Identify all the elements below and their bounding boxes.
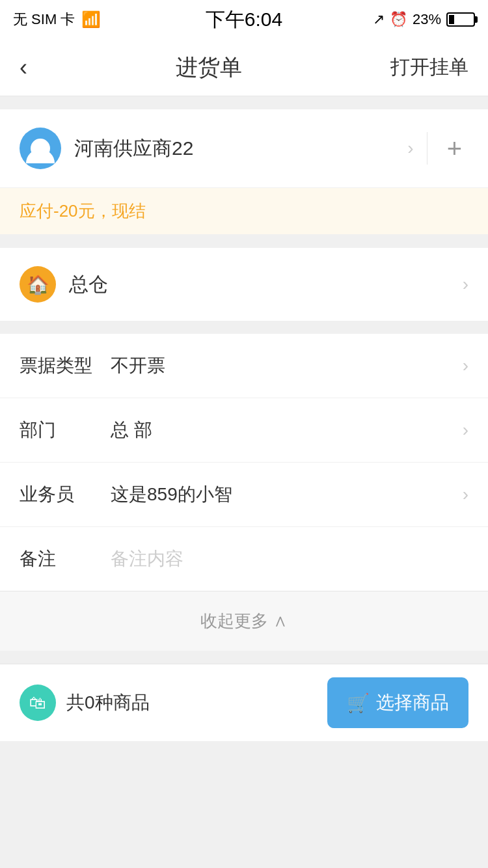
supplier-section: 河南供应商22 › + 应付-20元，现结 (0, 109, 488, 235)
gap-1 (0, 96, 488, 109)
product-bag-icon: 🛍 (20, 685, 56, 721)
status-time: 下午6:04 (206, 7, 282, 33)
battery-percent: 23% (413, 11, 441, 28)
battery-icon (446, 12, 475, 27)
notice-row: 应付-20元，现结 (0, 188, 488, 235)
avatar (20, 128, 61, 169)
status-right: ↗ ⏰ 23% (373, 11, 475, 28)
alarm-icon: ⏰ (390, 11, 407, 28)
select-goods-button[interactable]: 🛒 选择商品 (327, 677, 468, 728)
warehouse-section: 🏠 总仓 › (0, 248, 488, 321)
battery-fill (449, 15, 454, 24)
chevron-right-icon: › (463, 484, 468, 505)
invoice-value: 不开票 (98, 353, 463, 378)
location-icon: ↗ (373, 11, 385, 28)
nav-bar: ‹ 进货单 打开挂单 (0, 39, 488, 96)
wifi-icon: 📶 (81, 10, 101, 29)
chevron-right-icon: › (407, 138, 413, 159)
status-bar: 无 SIM 卡 📶 下午6:04 ↗ ⏰ 23% (0, 0, 488, 39)
form-section: 票据类型 不开票 › 部门 总 部 › 业务员 这是859的小智 › 备注 备注… (0, 334, 488, 591)
remark-input[interactable]: 备注内容 (98, 547, 468, 571)
supplier-name: 河南供应商22 (74, 135, 407, 162)
sales-value: 这是859的小智 (98, 482, 463, 507)
open-pending-button[interactable]: 打开挂单 (390, 54, 468, 81)
sales-label: 业务员 (20, 482, 98, 507)
remark-label: 备注 (20, 547, 98, 571)
back-button[interactable]: ‹ (20, 54, 27, 81)
invoice-row[interactable]: 票据类型 不开票 › (0, 334, 488, 398)
collapse-button[interactable]: 收起更多 ∧ (0, 591, 488, 651)
dept-value: 总 部 (98, 418, 463, 442)
page-title: 进货单 (176, 53, 242, 83)
main-content: 河南供应商22 › + 应付-20元，现结 🏠 总仓 › 票据类型 不开票 › … (0, 96, 488, 868)
warehouse-name: 总仓 (69, 271, 463, 298)
chevron-right-icon: › (463, 355, 468, 376)
select-goods-label: 选择商品 (376, 690, 449, 715)
status-carrier: 无 SIM 卡 📶 (13, 10, 101, 29)
remark-row[interactable]: 备注 备注内容 (0, 526, 488, 591)
dept-row[interactable]: 部门 总 部 › (0, 398, 488, 462)
dept-label: 部门 (20, 418, 98, 442)
battery-tip (475, 16, 478, 23)
chevron-right-icon: › (463, 274, 468, 295)
chevron-right-icon: › (463, 420, 468, 441)
sales-row[interactable]: 业务员 这是859的小智 › (0, 462, 488, 526)
gap-4 (0, 651, 488, 664)
cart-icon: 🛒 (347, 692, 370, 714)
bottom-bar: 🛍 共0种商品 🛒 选择商品 (0, 664, 488, 741)
gap-3 (0, 321, 488, 334)
warehouse-row[interactable]: 🏠 总仓 › (0, 248, 488, 321)
invoice-label: 票据类型 (20, 353, 98, 378)
supplier-row[interactable]: 河南供应商22 › + (0, 109, 488, 188)
add-button[interactable]: + (441, 134, 468, 163)
product-count: 共0种商品 (66, 690, 327, 715)
warehouse-icon: 🏠 (20, 266, 56, 303)
carrier-label: 无 SIM 卡 (13, 10, 75, 29)
vertical-divider (427, 132, 427, 165)
gap-2 (0, 235, 488, 248)
avatar-person-icon (31, 139, 50, 158)
